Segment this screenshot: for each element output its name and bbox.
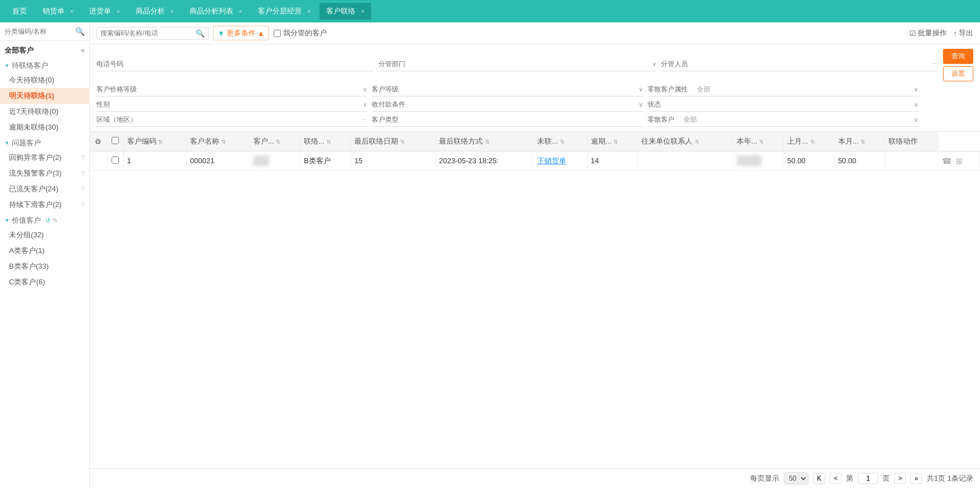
sidebar-item-today[interactable]: 今天待联络(0) xyxy=(0,72,89,88)
action-phone-icon[interactable]: ☎ xyxy=(942,156,951,165)
sort-year-icon[interactable]: ⇅ xyxy=(759,139,764,145)
nav-customer-tiering[interactable]: 客户分层经营 × xyxy=(251,3,317,20)
export-button[interactable]: ↑ 导出 xyxy=(954,28,974,38)
next-page-button[interactable]: > xyxy=(894,473,906,484)
sidebar-item-declining[interactable]: 持续下滑客户(2) ? xyxy=(0,197,89,213)
search-icon[interactable]: 🔍 xyxy=(196,29,205,38)
sort-lmonth-icon[interactable]: ⇅ xyxy=(810,139,815,145)
th-gear[interactable]: ⚙ xyxy=(90,132,107,151)
value-edit-icon[interactable]: ✎ xyxy=(53,217,58,224)
nav-customer-contact[interactable]: 客户联络 × xyxy=(320,3,371,20)
row-last-month: 50.00 xyxy=(834,151,885,171)
last-page-button[interactable]: » xyxy=(910,473,922,484)
nav-close-analysis-list[interactable]: × xyxy=(239,8,242,15)
pagination-bar: 每页显示 50 K < 第 页 > » 共1页 1条记录 xyxy=(90,468,980,488)
nav-close-tiering[interactable]: × xyxy=(307,8,311,15)
sidebar-search-input[interactable] xyxy=(4,27,75,35)
row-checkbox[interactable] xyxy=(107,151,123,171)
search-input[interactable] xyxy=(100,29,193,37)
sidebar-search-icon[interactable]: 🔍 xyxy=(75,27,85,36)
gender-dropdown[interactable]: ∨ xyxy=(363,101,367,108)
row-actions: ☎ ⊞ xyxy=(939,151,980,171)
all-customers-header[interactable]: 全部客户 « xyxy=(0,41,89,58)
batch-operation-button[interactable]: ☑ 批量操作 xyxy=(909,28,947,38)
th-checkbox[interactable] xyxy=(107,132,123,151)
value-refresh-icon[interactable]: ↺ xyxy=(45,217,50,224)
my-customers-checkbox[interactable]: 我分管的客户 xyxy=(274,28,327,38)
sort-method-icon[interactable]: ⇅ xyxy=(485,139,489,145)
sidebar-item-class-c[interactable]: C类客户(6) xyxy=(0,274,89,290)
filter-row-2: 客户价格等级 ∨ 客户等级 ∨ 零散客户属性 全部 ∨ xyxy=(96,85,973,96)
first-page-button[interactable]: K xyxy=(813,473,825,484)
filter-phone: 电话号码 xyxy=(96,59,374,71)
more-conditions-button[interactable]: ▼ 更多条件 ▲ xyxy=(213,26,269,40)
help-icon-repurchase: ? xyxy=(81,154,85,161)
sort-code-icon[interactable]: ⇅ xyxy=(158,139,163,145)
th-current-year: 本年... ⇅ xyxy=(733,132,784,151)
sort-name-icon[interactable]: ⇅ xyxy=(221,139,226,145)
nav-sales-order[interactable]: 销货单 × xyxy=(36,3,80,20)
select-all-checkbox[interactable] xyxy=(112,137,119,144)
filter-retail-attr: 零散客户属性 全部 ∨ xyxy=(648,85,918,96)
top-navigation: 首页 销货单 × 进货单 × 商品分析 × 商品分析列表 × 客户分层经营 × … xyxy=(0,0,980,22)
sidebar-item-tomorrow[interactable]: 明天待联络(1) xyxy=(0,88,89,104)
nav-close-analysis[interactable]: × xyxy=(170,8,174,15)
nav-product-analysis-list[interactable]: 商品分析列表 × xyxy=(183,3,249,20)
page-size-select[interactable]: 50 xyxy=(784,472,808,485)
row-current-year: 50.00 xyxy=(784,151,834,171)
sort-overdue-icon[interactable]: ⇅ xyxy=(613,139,618,145)
sort-uncontacted-icon[interactable]: ⇅ xyxy=(560,139,565,145)
row-select-checkbox[interactable] xyxy=(112,156,119,164)
nav-purchase-order[interactable]: 进货单 × xyxy=(82,3,127,20)
row-last-method[interactable]: 下销货单 xyxy=(534,151,588,171)
sort-type-icon[interactable]: ⇅ xyxy=(276,139,280,145)
query-button[interactable]: 查询 xyxy=(943,49,973,64)
filter-price-level: 客户价格等级 ∨ xyxy=(96,85,367,96)
status-dropdown[interactable]: ∨ xyxy=(914,101,918,108)
price-level-dropdown[interactable]: ∨ xyxy=(363,86,367,93)
branch-person-more[interactable]: ⋯ xyxy=(932,61,939,68)
sidebar-item-churned[interactable]: 已流失客户(24) ? xyxy=(0,181,89,197)
region-more[interactable]: ⋯ xyxy=(361,116,367,123)
sidebar-item-unclassified[interactable]: 未分组(32) xyxy=(0,227,89,243)
nav-close-sales[interactable]: × xyxy=(70,8,73,15)
nav-close-contact[interactable]: × xyxy=(361,8,364,15)
branch-dept-dropdown[interactable]: ∨ xyxy=(652,61,657,68)
prev-page-button[interactable]: < xyxy=(830,473,842,484)
group-value-customers[interactable]: 价值客户 ↺ ✎ xyxy=(0,213,89,227)
retail-attr-dropdown[interactable]: ∨ xyxy=(914,86,918,93)
my-customers-input[interactable] xyxy=(274,30,281,37)
group-problem-customers[interactable]: 问题客户 xyxy=(0,135,89,150)
filter-customer-type: 客户类型 xyxy=(372,115,642,127)
help-icon-churn: ? xyxy=(81,170,85,177)
sort-contact-icon[interactable]: ⇅ xyxy=(326,139,331,145)
page-number-input[interactable] xyxy=(858,473,878,484)
last-method-link[interactable]: 下销货单 xyxy=(537,156,566,165)
sort-cmonth-icon[interactable]: ⇅ xyxy=(861,139,865,145)
sidebar-item-churn-warning[interactable]: 流失预警客户(3) ? xyxy=(0,165,89,181)
retail-customer-dropdown[interactable]: ∨ xyxy=(914,116,918,123)
group-pending-contact[interactable]: 待联络客户 xyxy=(0,58,89,72)
row-current-month xyxy=(885,151,939,171)
right-actions: ☑ 批量操作 ↑ 导出 xyxy=(909,28,974,38)
customer-table: ⚙ 客户编码 ⇅ 客户名称 ⇅ 客户... ⇅ xyxy=(90,132,980,171)
action-grid-icon[interactable]: ⊞ xyxy=(956,156,963,165)
sidebar-item-7days[interactable]: 近7天待联络(0) xyxy=(0,104,89,119)
row-code: 000021 xyxy=(187,151,250,171)
row-name[interactable]: Ea xyxy=(249,151,300,171)
sidebar-item-overdue[interactable]: 逾期未联络(30) xyxy=(0,119,89,135)
payment-dropdown[interactable]: ∨ xyxy=(639,101,643,108)
customer-level-dropdown[interactable]: ∨ xyxy=(639,86,643,93)
sort-person-icon[interactable]: ⇅ xyxy=(695,139,699,145)
nav-product-analysis[interactable]: 商品分析 × xyxy=(129,3,181,20)
reset-button[interactable]: 设置 xyxy=(943,66,973,81)
sidebar-item-repurchase-abnormal[interactable]: 回购异常客户(2) ? xyxy=(0,150,89,165)
row-uncontacted: 14 xyxy=(587,151,637,171)
sort-date-icon[interactable]: ⇅ xyxy=(400,139,405,145)
sidebar-item-class-b[interactable]: B类客户(33) xyxy=(0,259,89,274)
nav-close-purchase[interactable]: × xyxy=(117,8,120,15)
nav-home[interactable]: 首页 xyxy=(6,3,34,20)
th-last-month: 上月... ⇅ xyxy=(784,132,834,151)
collapse-icon[interactable]: « xyxy=(81,47,85,54)
sidebar-item-class-a[interactable]: A类客户(1) xyxy=(0,243,89,259)
